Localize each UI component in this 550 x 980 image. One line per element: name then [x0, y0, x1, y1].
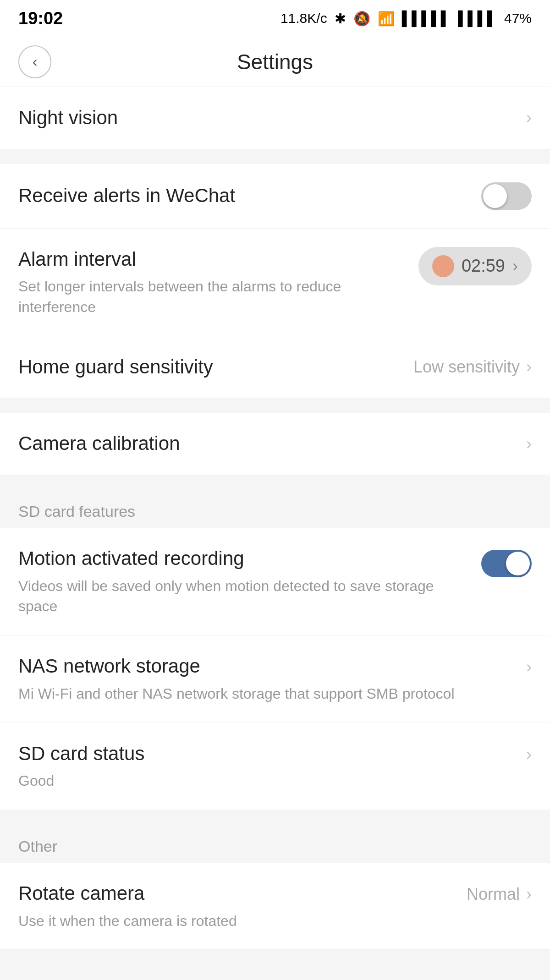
- mute-icon: 🔕: [353, 11, 370, 27]
- status-bar: 19:02 11.8K/c ✱ 🔕 📶 ▌▌▌▌▌ ▌▌▌▌ 47%: [0, 0, 550, 37]
- motion-recording-left: Motion activated recording Videos will b…: [18, 546, 481, 617]
- sd-card-section: SD card features Motion activated record…: [0, 490, 550, 810]
- rotate-camera-row[interactable]: Rotate camera Use it when the camera is …: [0, 863, 550, 950]
- network-speed: 11.8K/c: [280, 11, 327, 26]
- sd-card-rows: Motion activated recording Videos will b…: [0, 528, 550, 810]
- home-guard-chevron-icon: ›: [526, 357, 532, 377]
- home-guard-left: Home guard sensitivity: [18, 355, 413, 380]
- alarm-timer-pill[interactable]: 02:59 ›: [418, 247, 532, 285]
- timer-chevron-icon: ›: [512, 257, 518, 276]
- sd-card-status-title: SD card status: [18, 741, 517, 766]
- motion-recording-toggle-knob: [506, 552, 530, 575]
- camera-calibration-chevron-icon: ›: [526, 434, 532, 454]
- sd-card-status-left: SD card status Good: [18, 741, 526, 791]
- receive-alerts-left: Receive alerts in WeChat: [18, 183, 481, 208]
- night-vision-title: Night vision: [18, 105, 517, 131]
- camera-calibration-row[interactable]: Camera calibration ›: [0, 413, 550, 475]
- sd-card-status-row[interactable]: SD card status Good ›: [0, 723, 550, 810]
- night-vision-section: Night vision ›: [0, 87, 550, 149]
- sd-card-status-value: Good: [18, 771, 517, 791]
- back-button[interactable]: ‹: [18, 45, 51, 78]
- status-time: 19:02: [18, 9, 63, 28]
- night-vision-row[interactable]: Night vision ›: [0, 87, 550, 149]
- rotate-camera-left: Rotate camera Use it when the camera is …: [18, 881, 467, 931]
- nas-storage-row[interactable]: NAS network storage Mi Wi-Fi and other N…: [0, 635, 550, 723]
- app-header: ‹ Settings: [0, 37, 550, 87]
- motion-recording-right: [481, 546, 532, 577]
- back-arrow-icon: ‹: [33, 53, 38, 70]
- rotate-camera-right: Normal ›: [467, 881, 532, 904]
- bluetooth-icon: ✱: [335, 11, 346, 27]
- alarm-interval-right: 02:59 ›: [418, 247, 532, 285]
- signal-icon-1: ▌▌▌▌▌: [402, 11, 451, 26]
- motion-recording-row: Motion activated recording Videos will b…: [0, 528, 550, 635]
- receive-alerts-row: Receive alerts in WeChat: [0, 164, 550, 229]
- home-guard-section: Home guard sensitivity Low sensitivity ›: [0, 336, 550, 399]
- receive-alerts-toggle-knob: [483, 184, 507, 208]
- battery-text: 47%: [504, 11, 532, 26]
- divider-3: [0, 475, 550, 490]
- nas-storage-title: NAS network storage: [18, 654, 517, 679]
- rotate-camera-title: Rotate camera: [18, 881, 457, 906]
- receive-alerts-toggle[interactable]: [481, 182, 532, 210]
- alarm-interval-left: Alarm interval Set longer intervals betw…: [18, 247, 418, 318]
- nas-storage-left: NAS network storage Mi Wi-Fi and other N…: [18, 654, 526, 704]
- rotate-camera-chevron-icon: ›: [526, 885, 532, 904]
- wifi-icon: 📶: [378, 11, 395, 27]
- home-guard-title: Home guard sensitivity: [18, 355, 404, 380]
- receive-alerts-section: Receive alerts in WeChat: [0, 164, 550, 229]
- camera-calibration-left: Camera calibration: [18, 431, 526, 456]
- camera-calibration-right: ›: [526, 434, 532, 454]
- alarm-interval-title: Alarm interval: [18, 247, 409, 272]
- night-vision-left: Night vision: [18, 105, 526, 131]
- status-icons: 11.8K/c ✱ 🔕 📶 ▌▌▌▌▌ ▌▌▌▌ 47%: [280, 11, 532, 27]
- timer-value: 02:59: [462, 256, 505, 276]
- nas-storage-chevron-icon: ›: [526, 657, 532, 677]
- receive-alerts-title: Receive alerts in WeChat: [18, 183, 472, 208]
- sd-card-status-chevron-icon: ›: [526, 745, 532, 764]
- night-vision-right: ›: [526, 108, 532, 127]
- receive-alerts-right: [481, 182, 532, 210]
- signal-icon-2: ▌▌▌▌: [458, 11, 497, 26]
- sd-card-status-right: ›: [526, 741, 532, 764]
- camera-calibration-section: Camera calibration ›: [0, 413, 550, 475]
- motion-recording-toggle[interactable]: [481, 550, 532, 577]
- page-title: Settings: [60, 49, 490, 74]
- divider-4: [0, 810, 550, 825]
- motion-recording-subtitle: Videos will be saved only when motion de…: [18, 576, 472, 617]
- divider-2: [0, 398, 550, 413]
- rotate-camera-subtitle: Use it when the camera is rotated: [18, 911, 457, 931]
- home-guard-right: Low sensitivity ›: [413, 357, 532, 377]
- home-guard-row[interactable]: Home guard sensitivity Low sensitivity ›: [0, 336, 550, 399]
- alarm-interval-section: Alarm interval Set longer intervals betw…: [0, 229, 550, 336]
- other-section: Other Rotate camera Use it when the came…: [0, 825, 550, 950]
- other-label: Other: [0, 825, 550, 863]
- nas-storage-subtitle: Mi Wi-Fi and other NAS network storage t…: [18, 684, 517, 704]
- nas-storage-right: ›: [526, 654, 532, 677]
- motion-recording-title: Motion activated recording: [18, 546, 472, 571]
- rotate-camera-value: Normal: [467, 885, 520, 904]
- divider-1: [0, 149, 550, 164]
- alarm-interval-row[interactable]: Alarm interval Set longer intervals betw…: [0, 229, 550, 336]
- home-guard-value: Low sensitivity: [413, 357, 520, 377]
- sd-card-label: SD card features: [0, 490, 550, 528]
- timer-dot-icon: [432, 255, 454, 277]
- alarm-interval-subtitle: Set longer intervals between the alarms …: [18, 276, 409, 318]
- night-vision-chevron-icon: ›: [526, 108, 532, 127]
- camera-calibration-title: Camera calibration: [18, 431, 517, 456]
- other-rows: Rotate camera Use it when the camera is …: [0, 863, 550, 950]
